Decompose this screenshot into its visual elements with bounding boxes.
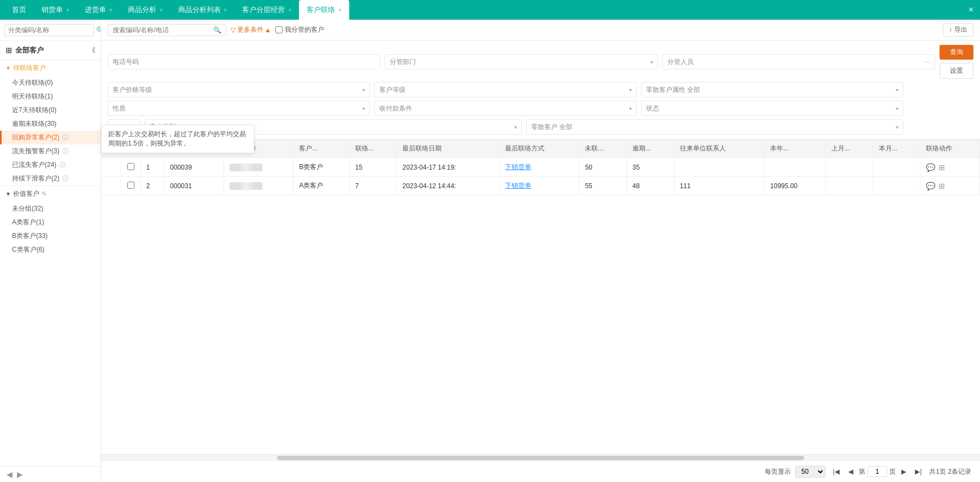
per-page-select[interactable]: 50 20 100 — [795, 466, 825, 478]
row1-settings — [101, 158, 121, 177]
sidebar-item-tomorrow[interactable]: 明天待联络(1) — [0, 90, 101, 103]
sidebar-item-churned[interactable]: 已流失客户(24) ⓘ — [0, 158, 101, 172]
sidebar-item-churn-warning[interactable]: 流失预警客户(3) ⓘ — [0, 144, 101, 158]
sidebar-item-a-class[interactable]: A类客户(1) — [0, 216, 101, 229]
sidebar-collapse-btn[interactable]: 《 — [89, 46, 95, 55]
filter-department[interactable]: 分管部门 ▾ — [385, 54, 658, 69]
filter-payment[interactable]: 收付款条件 ▾ — [374, 101, 637, 116]
window-close-button[interactable]: × — [969, 5, 973, 15]
row2-not-contact: 55 — [579, 177, 627, 195]
settings-button[interactable]: 设置 — [940, 63, 973, 79]
row2-contact-person: 111 — [674, 177, 764, 195]
row1-more-icon[interactable]: ⊞ — [938, 163, 945, 172]
nav-tab-home[interactable]: 首页 — [4, 0, 34, 20]
edit-icon[interactable]: ✎ — [42, 190, 46, 198]
close-customer-contact-tab[interactable]: × — [338, 7, 342, 13]
filter-manager[interactable]: 分管人员 ··· — [662, 54, 935, 69]
row1-check[interactable] — [121, 158, 140, 177]
col-this-month-header: 本月... — [873, 140, 920, 158]
sidebar-item-c-class[interactable]: C类客户(6) — [0, 243, 101, 257]
close-purchase-tab[interactable]: × — [109, 7, 113, 13]
sidebar-all-customers[interactable]: ⊞ 全部客户 《 — [0, 41, 101, 60]
prev-page-btn[interactable]: ◀ — [845, 467, 856, 477]
nav-tab-purchase[interactable]: 进货单 × — [77, 0, 120, 20]
row2-last-contact-way[interactable]: 下销货单 — [499, 177, 579, 195]
export-icon: ↑ — [949, 26, 952, 34]
close-customer-tier-tab[interactable]: × — [288, 7, 291, 13]
sidebar-item-repurchase-abnormal[interactable]: 回购异常客户(2) ⓘ — [0, 131, 101, 144]
row2-checkbox[interactable] — [127, 182, 134, 189]
sidebar-next-btn[interactable]: ▶ — [15, 469, 25, 480]
sidebar-item-declining[interactable]: 持续下滑客户(2) ⓘ — [0, 172, 101, 185]
row2-this-year: 10995.00 — [765, 177, 826, 195]
export-button[interactable]: ↑ 导出 — [943, 23, 973, 37]
grid-icon: ⊞ — [5, 46, 12, 55]
sidebar-search-icon[interactable]: 🔍 — [96, 26, 101, 34]
chevron-up-icon: ▲ — [265, 26, 271, 34]
sidebar: 🔍 ⊞ 全部客户 《 ▼ 待联络客户 今天待联络(0) 明天待联络(1) 近7天… — [0, 20, 101, 482]
close-analysis-tab[interactable]: × — [160, 7, 163, 13]
row2-chat-icon[interactable]: 💬 — [926, 182, 935, 190]
sidebar-search-area: 🔍 — [0, 20, 101, 41]
nav-tab-sales[interactable]: 销货单 × — [34, 0, 77, 20]
nav-tab-analysis-list[interactable]: 商品分析列表 × — [171, 0, 235, 20]
horizontal-scrollbar[interactable] — [101, 454, 980, 461]
my-customers-checkbox[interactable] — [275, 26, 283, 33]
page-input[interactable] — [867, 466, 887, 477]
nav-tab-customer-contact[interactable]: 客户联络 × — [299, 0, 349, 20]
filter-retail-attr[interactable]: 零散客户属性 全部 ▾ — [641, 82, 903, 97]
row1-checkbox[interactable] — [127, 163, 134, 170]
row1-name — [224, 158, 294, 177]
row2-code: 000031 — [165, 177, 224, 195]
manager-dots-icon: ··· — [925, 58, 930, 66]
close-analysis-list-tab[interactable]: × — [224, 7, 227, 13]
col-action-header: 联络动作 — [920, 140, 980, 158]
col-type-header: 客户... — [294, 140, 349, 158]
retail-chevron-icon: ▾ — [896, 124, 899, 130]
ctype-chevron-icon: ▾ — [514, 124, 517, 130]
col-contact-header: 联络... — [349, 140, 397, 158]
filter-nature[interactable]: 性质 ▾ — [108, 101, 370, 116]
search-input[interactable] — [113, 26, 211, 34]
next-page-btn[interactable]: ▶ — [898, 467, 909, 477]
filter-customer-level[interactable]: 客户等级 ▾ — [374, 82, 637, 97]
sidebar-item-today[interactable]: 今天待联络(0) — [0, 76, 101, 90]
page-label: 第 — [859, 467, 865, 477]
row1-last-contact-way[interactable]: 下销货单 — [499, 158, 579, 177]
row2-last-month — [825, 177, 873, 195]
sidebar-item-overdue[interactable]: 逾期未联络(30) — [0, 117, 101, 131]
row2-more-icon[interactable]: ⊞ — [938, 182, 945, 190]
retail-attr-chevron-icon: ▾ — [896, 87, 899, 93]
sidebar-item-ungrouped[interactable]: 未分组(32) — [0, 202, 101, 216]
sidebar-search-input[interactable] — [4, 24, 94, 36]
info-icon: ⓘ — [62, 134, 68, 141]
page-suffix: 页 — [889, 467, 896, 477]
first-page-btn[interactable]: |◀ — [830, 467, 843, 477]
last-page-btn[interactable]: ▶| — [912, 467, 925, 477]
filter-price-level[interactable]: 客户价格等级 ▾ — [108, 82, 370, 97]
col-not-contact-header: 未联... — [579, 140, 627, 158]
level-chevron-icon: ▾ — [629, 87, 632, 93]
row1-type: B类客户 — [294, 158, 349, 177]
scroll-thumb[interactable] — [277, 456, 805, 460]
filter-retail-customer[interactable]: 零散客户 全部 ▾ — [526, 119, 903, 135]
sidebar-item-b-class[interactable]: B类客户(33) — [0, 229, 101, 243]
row1-last-month — [825, 158, 873, 177]
filter-phone[interactable]: 电话号码 — [108, 54, 380, 69]
table-row: 2 000031 A类客户 7 2023-04-12 14:44: 下销货单 5… — [101, 177, 980, 195]
nav-tab-analysis[interactable]: 商品分析 × — [120, 0, 171, 20]
close-sales-tab[interactable]: × — [66, 7, 69, 13]
toolbar-search-icon[interactable]: 🔍 — [213, 26, 221, 34]
my-customers-checkbox-label[interactable]: 我分管的客户 — [275, 25, 324, 34]
nav-tab-customer-tier[interactable]: 客户分层经营 × — [234, 0, 299, 20]
sidebar-value-section[interactable]: ▼ 价值客户 ✎ — [0, 185, 101, 202]
sidebar-section-pending[interactable]: ▼ 待联络客户 — [0, 60, 101, 76]
filter-status[interactable]: 状态 ▾ — [641, 101, 903, 116]
row1-chat-icon[interactable]: 💬 — [926, 163, 935, 172]
more-conditions-btn[interactable]: ▽ 更多条件 ▲ — [231, 25, 271, 34]
row2-check[interactable] — [121, 177, 140, 195]
sidebar-prev-btn[interactable]: ◀ — [4, 469, 15, 480]
table-area: ⚙ # 客户编码 客户名称 客户... 联络... 最后联络日期 最后联络方式 … — [101, 140, 980, 454]
query-button[interactable]: 查询 — [940, 45, 973, 60]
sidebar-item-7days[interactable]: 近7天待联络(0) — [0, 103, 101, 117]
